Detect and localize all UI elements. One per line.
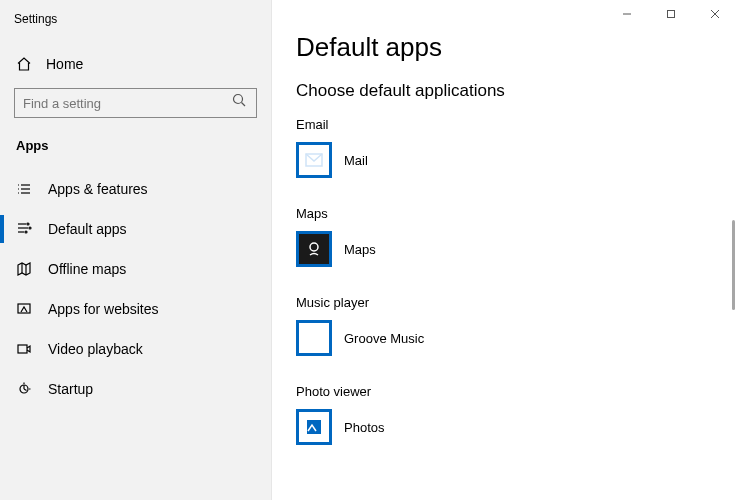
nav-label: Video playback [48,341,143,357]
svg-point-0 [234,95,243,104]
svg-rect-16 [18,304,30,313]
default-music-row[interactable]: Groove Music [296,320,737,356]
app-name: Mail [344,153,368,168]
app-name: Maps [344,242,376,257]
home-nav[interactable]: Home [0,46,271,82]
main-content: Default apps Choose default applications… [272,0,737,500]
category-label: Photo viewer [296,384,737,399]
default-music: Music player Groove Music [296,295,737,356]
svg-point-11 [27,223,29,225]
startup-icon [16,381,38,397]
maximize-button[interactable] [649,0,693,28]
default-maps-row[interactable]: Maps [296,231,737,267]
photos-app-icon [296,409,332,445]
home-label: Home [46,56,83,72]
sidebar-section-header: Apps [0,134,271,161]
svg-rect-24 [668,11,675,18]
sidebar-item-default-apps[interactable]: Default apps [0,209,271,249]
svg-point-28 [310,243,318,251]
svg-point-13 [25,231,27,233]
category-label: Maps [296,206,737,221]
map-icon [16,261,38,277]
sidebar-item-apps-websites[interactable]: Apps for websites [0,289,271,329]
nav-label: Offline maps [48,261,126,277]
nav-label: Startup [48,381,93,397]
nav-label: Apps & features [48,181,148,197]
sidebar-item-startup[interactable]: Startup [0,369,271,409]
groove-music-app-icon [296,320,332,356]
video-icon [16,341,38,357]
svg-line-20 [24,389,27,391]
default-email-row[interactable]: Mail [296,142,737,178]
default-photo-row[interactable]: Photos [296,409,737,445]
mail-app-icon [296,142,332,178]
websites-icon [16,301,38,317]
search-input[interactable] [14,88,257,118]
defaults-icon [16,221,38,237]
sidebar-item-offline-maps[interactable]: Offline maps [0,249,271,289]
nav-list: Apps & features Default apps [0,169,271,409]
default-email: Email Mail [296,117,737,178]
home-icon [16,56,38,72]
minimize-button[interactable] [605,0,649,28]
nav-label: Apps for websites [48,301,159,317]
maps-app-icon [296,231,332,267]
window-title: Settings [0,10,271,40]
list-icon [16,181,38,197]
window-controls [605,0,737,28]
category-label: Music player [296,295,737,310]
category-label: Email [296,117,737,132]
app-name: Photos [344,420,384,435]
default-maps: Maps Maps [296,206,737,267]
page-title: Default apps [296,32,737,63]
search-wrap [0,82,271,142]
svg-rect-17 [18,345,27,353]
app-name: Groove Music [344,331,424,346]
nav-label: Default apps [48,221,127,237]
sidebar: Settings Home Apps [0,0,272,500]
svg-point-12 [29,227,31,229]
close-button[interactable] [693,0,737,28]
default-photo: Photo viewer Photos [296,384,737,445]
sidebar-item-apps-features[interactable]: Apps & features [0,169,271,209]
scrollbar[interactable] [732,220,735,310]
sidebar-item-video-playback[interactable]: Video playback [0,329,271,369]
svg-line-1 [242,103,246,107]
subsection-title: Choose default applications [296,81,737,101]
